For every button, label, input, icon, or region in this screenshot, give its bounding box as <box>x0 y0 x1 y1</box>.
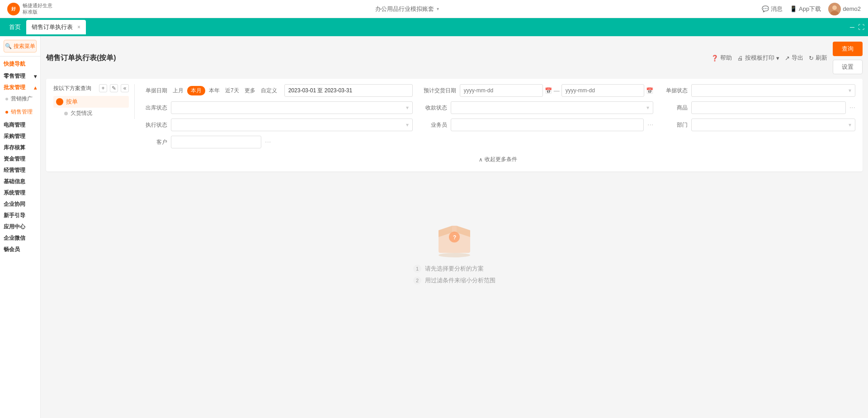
sidebar-item-retail[interactable]: 零售管理 ▾ <box>0 70 40 81</box>
scheme-dot-orange <box>56 98 63 105</box>
sidebar-item-basic-info[interactable]: 基础信息 <box>0 175 40 186</box>
empty-step-1: 1 请先选择要分析的方案 <box>413 265 495 273</box>
forecast-date-to[interactable] <box>561 84 645 97</box>
messages-button[interactable]: 💬 消息 <box>762 5 783 13</box>
goods-label: 商品 <box>660 104 688 112</box>
app-icon: 📱 <box>790 5 797 12</box>
sidebar-search-area: 🔍 搜索菜单 <box>0 36 40 57</box>
salesperson-input[interactable] <box>451 119 644 131</box>
tab-bar-right: ─ ⛶ <box>850 24 864 31</box>
filter-item-goods: 商品 ··· <box>660 101 855 114</box>
date-range-input[interactable] <box>284 84 413 97</box>
bill-status-select[interactable]: ▾ <box>691 84 855 97</box>
expand-icon[interactable]: ⛶ <box>858 24 864 31</box>
date-tab-thisyear[interactable]: 本年 <box>207 86 222 95</box>
filter-row-4: 客户 ··· <box>140 136 855 148</box>
customer-input[interactable] <box>171 136 261 148</box>
retail-label: 零售管理 <box>4 72 25 80</box>
filter-item-forecast-date: 预计交货日期 📅 — 📅 <box>420 84 654 97</box>
scheme-sub-shortage[interactable]: 欠货情况 <box>53 108 129 119</box>
sidebar-item-wholesale[interactable]: 批发管理 ▴ <box>0 81 40 92</box>
marketing-dot <box>5 98 8 100</box>
outbound-arrow: ▾ <box>406 104 409 111</box>
sidebar-item-appcenter[interactable]: 应用中心 <box>0 220 40 232</box>
department-label: 部门 <box>660 121 688 129</box>
date-separator: — <box>554 87 560 94</box>
sidebar-item-purchase[interactable]: 采购管理 <box>0 130 40 141</box>
tab-close-icon[interactable]: × <box>77 24 80 30</box>
goods-more-icon[interactable]: ··· <box>849 104 855 112</box>
tab-home[interactable]: 首页 <box>4 20 26 34</box>
date-tab-more[interactable]: 更多 <box>243 86 257 95</box>
scheme-collapse-button[interactable]: « <box>121 84 129 92</box>
collapse-button[interactable]: ∧ 收起更多条件 <box>140 153 855 166</box>
scheme-item-bysingle[interactable]: 按单 <box>53 96 129 108</box>
goods-input[interactable] <box>691 101 845 114</box>
department-select[interactable]: ▾ <box>691 119 855 131</box>
filter-panel-top: 按以下方案查询 + ✎ « 按单 欠货情况 <box>53 84 855 166</box>
date-tabs: 上月 本月 本年 近7天 更多 自定义 <box>171 86 279 95</box>
content-area: 销售订单执行表(按单) ❓ 帮助 🖨 按模板打印 ▾ ↗ 导出 ↻ 刷新 <box>41 36 868 418</box>
scheme-edit-button[interactable]: ✎ <box>110 84 118 92</box>
sales-dot <box>5 111 8 114</box>
sidebar-item-enterprise[interactable]: 企业协同 <box>0 198 40 209</box>
logo-icon: 好 <box>7 3 20 15</box>
bill-status-label: 单据状态 <box>660 87 688 95</box>
date-tab-lastmonth[interactable]: 上月 <box>171 86 185 95</box>
sidebar-item-marketing[interactable]: 营销推广 <box>0 92 40 105</box>
step-num-1: 1 <box>413 265 421 273</box>
forecast-date-from[interactable] <box>460 84 543 97</box>
empty-state: ? 1 请先选择要分析的方案 2 用过滤条件来缩小分析范围 <box>46 176 863 324</box>
main-layout: 🔍 搜索菜单 快捷导航 零售管理 ▾ 批发管理 ▴ 营销推广 销售管理 电商管理… <box>0 36 868 418</box>
app-download-button[interactable]: 📱 App下载 <box>790 5 821 13</box>
receipt-status-select[interactable]: ▾ <box>451 101 654 114</box>
page-header: 销售订单执行表(按单) ❓ 帮助 🖨 按模板打印 ▾ ↗ 导出 ↻ 刷新 <box>46 42 863 74</box>
help-icon: ❓ <box>711 55 718 62</box>
help-button[interactable]: ❓ 帮助 <box>711 54 732 62</box>
filter-item-execution: 执行状态 ▾ <box>140 119 413 131</box>
filter-item-outbound: 出库状态 ▾ <box>140 101 413 114</box>
sidebar-item-sales[interactable]: 销售管理 <box>0 105 40 119</box>
export-button[interactable]: ↗ 导出 <box>785 54 803 62</box>
quick-nav-label: 快捷导航 <box>0 57 40 70</box>
svg-point-1 <box>832 5 837 10</box>
company-name: 办公用品行业模拟账套 <box>375 5 434 13</box>
sidebar-item-member[interactable]: 畅会员 <box>0 243 40 254</box>
sidebar-item-ecommerce[interactable]: 电商管理 <box>0 119 40 130</box>
date-tab-thismonth[interactable]: 本月 <box>187 86 205 95</box>
user-avatar[interactable]: demo2 <box>828 3 861 15</box>
template-print-button[interactable]: 🖨 按模板打印 ▾ <box>737 54 779 62</box>
forecast-date-label: 预计交货日期 <box>420 87 456 95</box>
company-dropdown-icon[interactable]: ▾ <box>437 6 439 11</box>
header-center[interactable]: 办公用品行业模拟账套 ▾ <box>375 5 439 13</box>
sidebar-item-newuser[interactable]: 新手引导 <box>0 209 40 220</box>
refresh-button[interactable]: ↻ 刷新 <box>809 54 827 62</box>
scheme-add-button[interactable]: + <box>99 84 107 92</box>
salesperson-more-icon[interactable]: ··· <box>647 121 653 129</box>
bill-status-arrow: ▾ <box>849 87 851 94</box>
tab-active[interactable]: 销售订单执行表 × <box>26 20 86 34</box>
date-tab-custom[interactable]: 自定义 <box>259 86 279 95</box>
department-arrow: ▾ <box>849 122 851 128</box>
calendar-icon-right[interactable]: 📅 <box>646 87 653 94</box>
calendar-icon-left[interactable]: 📅 <box>545 87 552 94</box>
outbound-status-select[interactable]: ▾ <box>171 101 413 114</box>
print-arrow-icon: ▾ <box>776 55 779 62</box>
execution-status-select[interactable]: ▾ <box>171 119 413 131</box>
customer-more-icon[interactable]: ··· <box>265 138 271 146</box>
filter-item-department: 部门 ▾ <box>660 119 855 131</box>
scheme-header: 按以下方案查询 + ✎ « <box>53 84 129 92</box>
search-menu-button[interactable]: 🔍 搜索菜单 <box>4 40 37 52</box>
wholesale-label: 批发管理 <box>4 84 25 91</box>
minimize-icon[interactable]: ─ <box>850 24 854 31</box>
sidebar-item-inventory[interactable]: 库存核算 <box>0 141 40 152</box>
sidebar-item-system[interactable]: 系统管理 <box>0 186 40 198</box>
sidebar-item-finance[interactable]: 资金管理 <box>0 152 40 164</box>
page-actions: ❓ 帮助 🖨 按模板打印 ▾ ↗ 导出 ↻ 刷新 查询 <box>711 42 863 74</box>
date-tab-7days[interactable]: 近7天 <box>223 86 241 95</box>
sidebar-item-wechat[interactable]: 企业微信 <box>0 232 40 243</box>
sidebar-item-operations[interactable]: 经营管理 <box>0 164 40 175</box>
query-button[interactable]: 查询 <box>833 42 863 56</box>
collapse-icon: ∧ <box>479 157 483 163</box>
settings-button[interactable]: 设置 <box>833 60 863 74</box>
